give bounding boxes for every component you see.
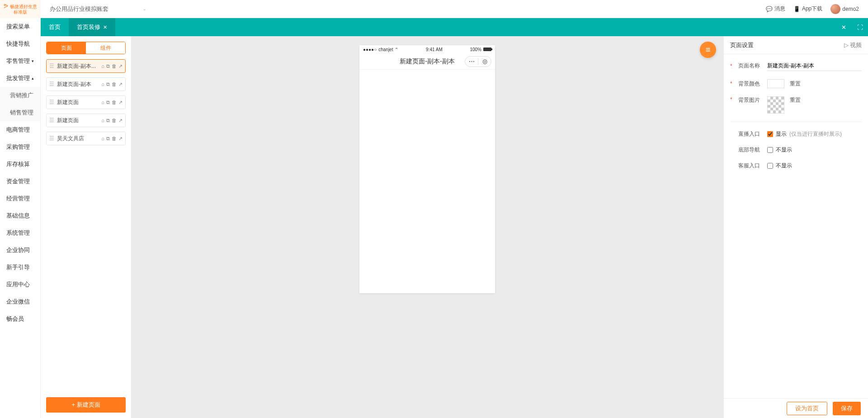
service-entry-label: 客服入口 — [738, 162, 762, 170]
message-icon: 💬 — [766, 6, 773, 12]
tab-home[interactable]: 首页 — [41, 18, 69, 36]
settings-panel: 页面设置 ▷ 视频 * 页面名称 * 背景颜色 — [723, 36, 868, 418]
copy-icon[interactable]: ⧉ — [106, 136, 110, 142]
service-checkbox[interactable] — [767, 163, 773, 169]
bgimage-picker[interactable] — [767, 96, 784, 114]
fullscreen-button[interactable]: ⛶ — [852, 18, 868, 36]
page-item[interactable]: ☰新建页面⌂⧉🗑↗ — [46, 95, 126, 109]
nav-item[interactable]: 零售管理▾ — [0, 52, 40, 70]
nav-item[interactable]: 应用中心 — [0, 276, 40, 293]
live-show-text: 显示 — [776, 130, 787, 138]
video-help-button[interactable]: ▷ 视频 — [844, 41, 862, 49]
messages-button[interactable]: 💬 消息 — [766, 5, 785, 13]
seg-component[interactable]: 组件 — [86, 42, 125, 54]
close-icon[interactable]: ✕ — [103, 24, 107, 30]
copy-icon[interactable]: ⧉ — [106, 81, 110, 87]
home-icon[interactable]: ⌂ — [101, 63, 104, 69]
nav-item-label: 企业协同 — [6, 246, 30, 254]
page-name-input[interactable] — [767, 61, 862, 71]
delete-icon[interactable]: 🗑 — [112, 136, 117, 142]
live-show-checkbox[interactable] — [767, 131, 773, 137]
app-download-button[interactable]: 📱 App下载 — [793, 5, 822, 13]
bgimage-reset-button[interactable]: 重置 — [790, 96, 801, 104]
nav-item[interactable]: 经营管理 — [0, 190, 40, 207]
required-mark: * — [730, 81, 733, 87]
share-icon[interactable]: ↗ — [118, 81, 123, 87]
nav-item[interactable]: 销售管理 — [0, 104, 40, 121]
nav-item[interactable]: 营销推广 — [0, 87, 40, 104]
capsule-close-button[interactable]: ◎ — [478, 57, 491, 66]
nav-item-label: 企业微信 — [6, 298, 30, 306]
nav-item[interactable]: 企业协同 — [0, 242, 40, 259]
new-page-button[interactable]: + 新建页面 — [46, 397, 126, 413]
nav-item-label: 资金管理 — [6, 177, 30, 185]
battery-icon — [483, 48, 491, 51]
seg-page[interactable]: 页面 — [47, 42, 86, 54]
chevron-up-icon: ▴ — [32, 76, 34, 81]
canvas-area: ●●●●○ chanjet ⌃ 9:41 AM 100% 新建页面-副本-副本 — [131, 36, 723, 418]
live-hint: (仅当进行直播时展示) — [789, 130, 842, 138]
nav-item[interactable]: 采购管理 — [0, 138, 40, 156]
save-button[interactable]: 保存 — [833, 402, 861, 415]
nav-item-label: 应用中心 — [6, 280, 30, 289]
page-item[interactable]: ☰昊天文具店⌂⧉🗑↗ — [46, 132, 126, 145]
company-select[interactable]: 办公用品行业模拟账套 ⌄ — [50, 5, 146, 13]
nav-item[interactable]: 批发管理▴ — [0, 70, 40, 87]
nav-item[interactable]: 电商管理 — [0, 121, 40, 138]
page-item-name: 昊天文具店 — [57, 135, 99, 142]
wifi-icon: ⌃ — [395, 47, 398, 52]
drag-handle-icon[interactable]: ☰ — [49, 81, 54, 87]
copy-icon[interactable]: ⧉ — [106, 63, 110, 69]
capsule-more-button[interactable]: ⋯ — [465, 57, 478, 66]
delete-icon[interactable]: 🗑 — [112, 81, 117, 87]
nav-item-label: 经营管理 — [6, 195, 30, 203]
tab-close-all-button[interactable]: ✕ — [835, 18, 852, 36]
share-icon[interactable]: ↗ — [118, 63, 123, 69]
phone-statusbar: ●●●●○ chanjet ⌃ 9:41 AM 100% — [359, 45, 495, 53]
drag-handle-icon[interactable]: ☰ — [49, 135, 54, 142]
user-menu[interactable]: demo2 — [830, 4, 859, 14]
nav-item[interactable]: 资金管理 — [0, 173, 40, 190]
page-item[interactable]: ☰新建页面⌂⧉🗑↗ — [46, 114, 126, 127]
bottom-nav-checkbox[interactable] — [767, 147, 773, 153]
drag-handle-icon[interactable]: ☰ — [49, 117, 54, 124]
bgcolor-reset-button[interactable]: 重置 — [790, 80, 801, 88]
messages-label: 消息 — [774, 5, 785, 13]
share-icon[interactable]: ↗ — [118, 136, 123, 142]
share-icon[interactable]: ↗ — [118, 100, 123, 105]
page-name-label: 页面名称 — [738, 62, 762, 70]
settings-title: 页面设置 — [730, 41, 754, 49]
nav-item[interactable]: 新手引导 — [0, 259, 40, 276]
nav-item[interactable]: 基础信息 — [0, 207, 40, 224]
drag-handle-icon[interactable]: ☰ — [49, 99, 54, 105]
phone-titlebar: 新建页面-副本-副本 ⋯ ◎ — [359, 53, 495, 70]
nav-item-label: 采购管理 — [6, 143, 30, 151]
delete-icon[interactable]: 🗑 — [112, 100, 117, 105]
home-icon[interactable]: ⌂ — [101, 136, 104, 142]
copy-icon[interactable]: ⧉ — [106, 118, 110, 124]
share-icon[interactable]: ↗ — [118, 118, 123, 124]
nav-item[interactable]: 库存核算 — [0, 156, 40, 173]
delete-icon[interactable]: 🗑 — [112, 118, 117, 124]
set-home-button[interactable]: 设为首页 — [787, 402, 827, 415]
nav-item[interactable]: 企业微信 — [0, 293, 40, 310]
nav-item[interactable]: 搜索菜单 — [0, 18, 40, 35]
page-item[interactable]: ☰新建页面-副本...⌂⧉🗑↗ — [46, 59, 126, 73]
bgcolor-swatch[interactable] — [767, 79, 784, 88]
nav-item[interactable]: 系统管理 — [0, 224, 40, 242]
delete-icon[interactable]: 🗑 — [112, 63, 117, 69]
floating-menu-button[interactable]: ≡ — [700, 42, 716, 58]
copy-icon[interactable]: ⧉ — [106, 100, 110, 105]
tab-decor[interactable]: 首页装修 ✕ — [69, 18, 115, 36]
nav-item[interactable]: 畅会员 — [0, 310, 40, 328]
nav-item[interactable]: 快捷导航 — [0, 35, 40, 52]
page-item-name: 新建页面 — [57, 117, 99, 124]
home-icon[interactable]: ⌂ — [101, 81, 104, 87]
page-item[interactable]: ☰新建页面-副本⌂⧉🗑↗ — [46, 77, 126, 91]
bottom-nav-text: 不显示 — [776, 146, 792, 154]
drag-handle-icon[interactable]: ☰ — [49, 63, 54, 69]
page-item-name: 新建页面 — [57, 99, 99, 106]
home-icon[interactable]: ⌂ — [101, 118, 104, 124]
home-icon[interactable]: ⌂ — [101, 100, 104, 105]
phone-battery-text: 100% — [470, 47, 481, 52]
